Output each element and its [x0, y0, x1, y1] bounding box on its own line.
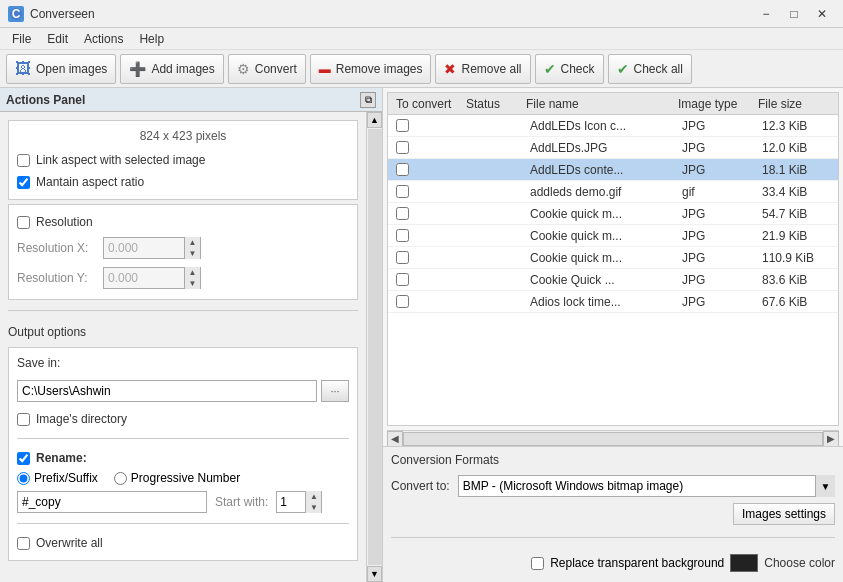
scrollbar-up-button[interactable]: ▲	[367, 112, 382, 128]
browse-button[interactable]: ···	[321, 380, 349, 402]
resolution-y-up[interactable]: ▲	[185, 267, 200, 278]
table-row[interactable]: Cookie Quick ... JPG 83.6 KiB	[388, 269, 838, 291]
maintain-aspect-checkbox[interactable]	[17, 176, 30, 189]
panel-restore-button[interactable]: ⧉	[360, 92, 376, 108]
start-with-arrows: ▲ ▼	[305, 491, 321, 513]
images-settings-button[interactable]: Images settings	[733, 503, 835, 525]
resolution-y-field[interactable]: 0.000	[104, 268, 184, 288]
menu-help[interactable]: Help	[131, 30, 172, 48]
hscroll-track[interactable]	[403, 432, 823, 446]
menu-file[interactable]: File	[4, 30, 39, 48]
images-directory-checkbox[interactable]	[17, 413, 30, 426]
resolution-checkbox[interactable]	[17, 216, 30, 229]
minimize-button[interactable]: −	[753, 4, 779, 24]
row-checkbox-cell[interactable]	[392, 273, 462, 286]
add-images-button[interactable]: ➕ Add images	[120, 54, 223, 84]
choose-color-button[interactable]	[730, 554, 758, 572]
row-checkbox-cell[interactable]	[392, 229, 462, 242]
resolution-label: Resolution	[36, 215, 93, 229]
close-button[interactable]: ✕	[809, 4, 835, 24]
row-checkbox-cell[interactable]	[392, 163, 462, 176]
start-with-field[interactable]	[277, 492, 305, 512]
open-images-button[interactable]: 🖼 Open images	[6, 54, 116, 84]
remove-all-label: Remove all	[461, 62, 521, 76]
progressive-number-radio[interactable]	[114, 472, 127, 485]
table-row[interactable]: Cookie quick m... JPG 54.7 KiB	[388, 203, 838, 225]
hscroll-left-button[interactable]: ◀	[387, 431, 403, 447]
row-checkbox[interactable]	[396, 119, 409, 132]
link-aspect-row: Link aspect with selected image	[17, 153, 349, 167]
hscroll-right-button[interactable]: ▶	[823, 431, 839, 447]
resolution-x-field[interactable]: 0.000	[104, 238, 184, 258]
right-panel: To convert Status File name Image type F…	[383, 88, 843, 582]
row-filesize-cell: 12.3 KiB	[754, 119, 834, 133]
file-list-header: To convert Status File name Image type F…	[388, 93, 838, 115]
rename-checkbox[interactable]	[17, 452, 30, 465]
size-box: 824 x 423 pixels Link aspect with select…	[8, 120, 358, 200]
table-row[interactable]: AddLEDs Icon c... JPG 12.3 KiB	[388, 115, 838, 137]
row-checkbox[interactable]	[396, 229, 409, 242]
row-checkbox[interactable]	[396, 295, 409, 308]
menu-actions[interactable]: Actions	[76, 30, 131, 48]
resolution-x-label: Resolution X:	[17, 241, 97, 255]
format-select[interactable]: BMP - (Microsoft Windows bitmap image)	[458, 475, 835, 497]
save-path-input[interactable]	[17, 380, 317, 402]
remove-images-button[interactable]: ▬ Remove images	[310, 54, 432, 84]
row-checkbox[interactable]	[396, 185, 409, 198]
col-header-filename: File name	[522, 97, 674, 111]
row-filesize: 83.6 KiB	[758, 273, 811, 287]
check-button[interactable]: ✔ Check	[535, 54, 604, 84]
rename-value-input[interactable]	[17, 491, 207, 513]
row-checkbox[interactable]	[396, 273, 409, 286]
row-filename-cell: Cookie Quick ...	[522, 273, 674, 287]
row-checkbox[interactable]	[396, 163, 409, 176]
row-filesize: 110.9 KiB	[758, 251, 818, 265]
progressive-number-option: Progressive Number	[114, 471, 240, 485]
maximize-button[interactable]: □	[781, 4, 807, 24]
resolution-x-up[interactable]: ▲	[185, 237, 200, 248]
row-filesize: 54.7 KiB	[758, 207, 811, 221]
start-with-spin[interactable]: ▲ ▼	[276, 491, 322, 513]
row-checkbox-cell[interactable]	[392, 251, 462, 264]
table-row[interactable]: addleds demo.gif gif 33.4 KiB	[388, 181, 838, 203]
maintain-aspect-label: Mantain aspect ratio	[36, 175, 144, 189]
row-checkbox-cell[interactable]	[392, 207, 462, 220]
rename-section: Rename: Prefix/Suffix Progressive Number	[17, 449, 349, 513]
row-checkbox-cell[interactable]	[392, 119, 462, 132]
rename-input-row: Start with: ▲ ▼	[17, 491, 349, 513]
overwrite-all-checkbox[interactable]	[17, 537, 30, 550]
menu-edit[interactable]: Edit	[39, 30, 76, 48]
table-row[interactable]: Cookie quick m... JPG 21.9 KiB	[388, 225, 838, 247]
replace-bg-checkbox[interactable]	[531, 557, 544, 570]
resolution-x-down[interactable]: ▼	[185, 248, 200, 259]
horizontal-scrollbar: ◀ ▶	[387, 430, 839, 446]
resolution-y-down[interactable]: ▼	[185, 278, 200, 289]
remove-all-icon: ✖	[444, 61, 456, 77]
rename-row: Rename:	[17, 451, 349, 465]
prefix-suffix-radio[interactable]	[17, 472, 30, 485]
resolution-x-input[interactable]: 0.000 ▲ ▼	[103, 237, 201, 259]
link-aspect-checkbox[interactable]	[17, 154, 30, 167]
table-row[interactable]: Cookie quick m... JPG 110.9 KiB	[388, 247, 838, 269]
add-images-label: Add images	[151, 62, 214, 76]
check-all-button[interactable]: ✔ Check all	[608, 54, 692, 84]
check-all-label: Check all	[634, 62, 683, 76]
row-checkbox[interactable]	[396, 207, 409, 220]
table-row[interactable]: Adios lock time... JPG 67.6 KiB	[388, 291, 838, 313]
start-with-down[interactable]: ▼	[306, 502, 321, 513]
panel-header: Actions Panel ⧉	[0, 88, 382, 112]
convert-button[interactable]: ⚙ Convert	[228, 54, 306, 84]
scrollbar-down-button[interactable]: ▼	[367, 566, 382, 582]
resolution-y-input[interactable]: 0.000 ▲ ▼	[103, 267, 201, 289]
remove-all-button[interactable]: ✖ Remove all	[435, 54, 530, 84]
table-row[interactable]: AddLEDs.JPG JPG 12.0 KiB	[388, 137, 838, 159]
row-checkbox[interactable]	[396, 141, 409, 154]
convert-to-label: Convert to:	[391, 479, 450, 493]
row-checkbox-cell[interactable]	[392, 141, 462, 154]
add-images-icon: ➕	[129, 61, 146, 77]
row-checkbox-cell[interactable]	[392, 185, 462, 198]
start-with-up[interactable]: ▲	[306, 491, 321, 502]
row-checkbox[interactable]	[396, 251, 409, 264]
row-checkbox-cell[interactable]	[392, 295, 462, 308]
table-row[interactable]: AddLEDs conte... JPG 18.1 KiB	[388, 159, 838, 181]
